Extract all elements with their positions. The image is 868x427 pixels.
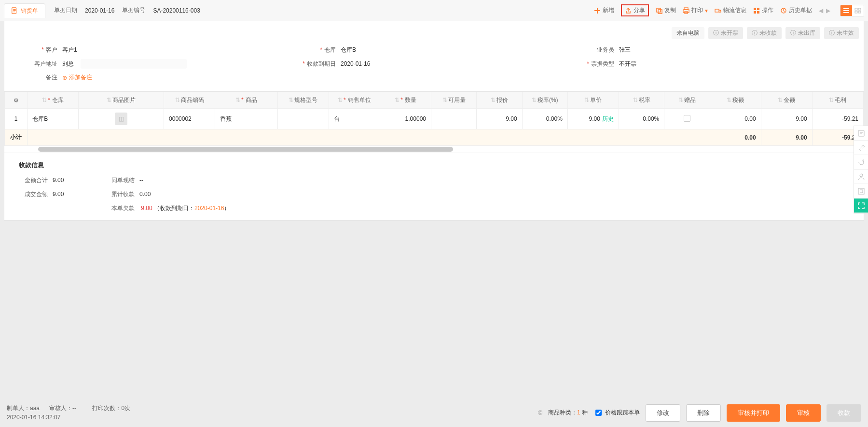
row-taxrate: 0.00% [522, 109, 567, 129]
view-detail-toggle[interactable] [840, 5, 852, 16]
owe-due: 2020-01-16 [194, 205, 224, 212]
gear-column[interactable]: ⚙ [5, 92, 28, 109]
prev-button[interactable]: ◀ [819, 7, 823, 14]
warehouse-label: 仓库 [324, 46, 336, 53]
horizontal-scrollbar[interactable] [38, 147, 453, 152]
row-product: 香蕉 [215, 109, 278, 129]
row-taxrate2: 0.00% [619, 109, 664, 129]
side-user-icon[interactable] [854, 170, 868, 184]
side-expand-icon[interactable] [854, 199, 868, 213]
side-refresh-icon[interactable] [854, 155, 868, 170]
col-taxrate[interactable]: ⇅税率(%) [522, 92, 567, 109]
side-help-icon[interactable] [854, 184, 868, 199]
customer-value: 客户1 [62, 46, 77, 54]
info-icon: ⓘ [829, 29, 835, 37]
row-index: 1 [5, 109, 28, 129]
operations-button[interactable]: 操作 [753, 6, 773, 14]
svg-rect-4 [683, 10, 689, 13]
warehouse-value: 仓库B [341, 46, 356, 54]
col-image[interactable]: ⇅商品图片 [79, 92, 164, 109]
row-unit: 台 [329, 109, 380, 129]
svg-rect-15 [858, 11, 861, 13]
col-gross[interactable]: ⇅毛利 [812, 92, 863, 109]
same-value: -- [139, 177, 143, 184]
col-gift[interactable]: ⇅赠品 [664, 92, 710, 109]
row-price: 9.00 [589, 115, 600, 122]
col-warehouse[interactable]: ⇅*仓库 [28, 92, 79, 109]
share-button[interactable]: 分享 [621, 4, 649, 16]
svg-rect-9 [754, 11, 756, 14]
due-label: 收款到期日 [307, 60, 336, 67]
history-icon [780, 7, 787, 14]
subtotal-label: 小计 [5, 129, 28, 146]
svg-rect-16 [858, 130, 864, 136]
doc-no: SA-20200116-003 [153, 7, 200, 14]
print-button[interactable]: 打印 ▾ [683, 6, 708, 14]
addr-value: 刘总 [62, 60, 74, 68]
row-tax: 0.00 [710, 109, 761, 129]
customer-label: 客户 [46, 46, 57, 53]
svg-rect-12 [855, 8, 857, 10]
doc-date-label: 单据日期 [54, 6, 77, 14]
col-qty[interactable]: ⇅*数量 [380, 92, 431, 109]
acc-value: 0.00 [139, 191, 151, 198]
logistics-button[interactable]: 物流信息 [715, 6, 746, 14]
source-badge: 来自电脑 [672, 27, 704, 39]
total-value: 9.00 [53, 177, 64, 184]
svg-rect-7 [754, 8, 756, 10]
plus-circle-icon: ⊕ [62, 74, 67, 81]
sales-label: 业务员 [597, 46, 614, 53]
info-icon: ⓘ [713, 29, 719, 37]
side-note-icon[interactable] [854, 126, 868, 141]
unout-badge: ⓘ未出库 [785, 27, 820, 39]
svg-rect-10 [757, 11, 759, 14]
col-quote[interactable]: ⇅报价 [477, 92, 522, 109]
info-icon: ⓘ [790, 29, 796, 37]
note-label: 备注 [46, 74, 57, 81]
plus-icon [594, 7, 601, 14]
product-image-icon: ◫ [115, 113, 127, 125]
addr-label: 客户地址 [34, 60, 57, 67]
svg-point-17 [860, 174, 863, 177]
svg-rect-6 [715, 9, 719, 12]
tab-title: 销货单 [21, 7, 38, 15]
tab-sales-order[interactable]: 销货单 [4, 3, 45, 18]
row-code: 0000002 [164, 109, 215, 129]
info-icon: ⓘ [752, 29, 758, 37]
col-amount[interactable]: ⇅金额 [761, 92, 812, 109]
history-button[interactable]: 历史单据 [780, 6, 812, 14]
col-product[interactable]: ⇅*商品 [215, 92, 278, 109]
side-attach-icon[interactable] [854, 141, 868, 155]
svg-rect-18 [858, 188, 864, 194]
svg-rect-8 [757, 8, 759, 10]
table-row[interactable]: 1 仓库B ◫ 0000002 香蕉 台 1.00000 9.00 0.00% … [5, 109, 864, 129]
svg-rect-14 [855, 11, 857, 13]
col-unit[interactable]: ⇅*销售单位 [329, 92, 380, 109]
truck-icon [715, 7, 721, 14]
col-avail[interactable]: ⇅可用量 [431, 92, 477, 109]
next-button[interactable]: ▶ [826, 7, 830, 14]
price-history-link[interactable]: 历史 [602, 115, 614, 122]
doc-no-label: 单据编号 [122, 6, 145, 14]
gear-icon: ⚙ [14, 97, 19, 104]
document-icon [11, 7, 18, 14]
row-quote: 9.00 [477, 109, 522, 129]
print-icon [683, 7, 689, 14]
gift-checkbox[interactable] [684, 115, 690, 122]
unpaid-badge: ⓘ未收款 [747, 27, 782, 39]
col-code[interactable]: ⇅商品编码 [164, 92, 215, 109]
copy-button[interactable]: 复制 [656, 6, 676, 14]
row-amount: 9.00 [761, 109, 812, 129]
add-note-button[interactable]: ⊕ 添加备注 [62, 73, 92, 82]
svg-rect-2 [658, 10, 662, 14]
payment-title: 收款信息 [19, 161, 849, 170]
view-compact-toggle[interactable] [852, 5, 864, 16]
col-price[interactable]: ⇅单价 [567, 92, 619, 109]
col-tax[interactable]: ⇅税额 [710, 92, 761, 109]
grid-icon [753, 7, 760, 14]
col-taxrate2[interactable]: ⇅税率 [619, 92, 664, 109]
col-spec[interactable]: ⇅规格型号 [277, 92, 329, 109]
uninvoiced-badge: ⓘ未开票 [708, 27, 743, 39]
owe-value: 9.00 [141, 205, 152, 212]
new-button[interactable]: 新增 [594, 6, 614, 14]
